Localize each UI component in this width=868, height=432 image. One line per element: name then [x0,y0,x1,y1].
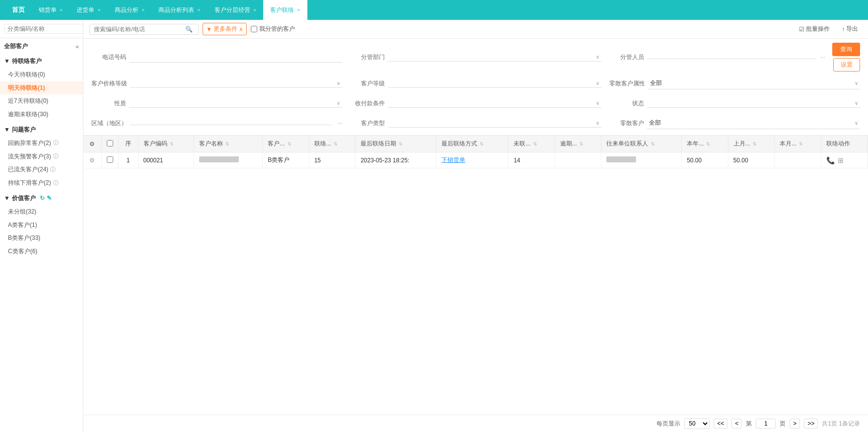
col-header-check[interactable] [101,136,118,152]
col-header-last-date[interactable]: 最后联络日期 ⇅ [356,136,436,152]
nav-purchase-close[interactable]: × [97,7,100,13]
filter-region-select[interactable] [130,122,332,125]
all-customers-collapse-icon[interactable]: « [75,43,79,50]
col-header-type[interactable]: 客户... ⇅ [263,136,309,152]
bulk-ops-btn[interactable]: ☑ 批量操作 [795,23,834,35]
action-phone-icon[interactable]: 📞 [826,156,835,164]
col-header-this-month[interactable]: 本月... ⇅ [775,136,821,152]
col-header-overdue[interactable]: 逾期... ⇅ [555,136,601,152]
sidebar-item-today[interactable]: 今天待联络(0) [0,68,83,81]
my-customers-label[interactable]: 我分管的客户 [251,25,295,33]
page-label: 第 [746,420,752,428]
select-all-checkbox[interactable] [107,140,113,146]
page-input[interactable] [756,419,776,429]
nav-sales[interactable]: 销货单 × [32,0,70,20]
filter-status-select[interactable]: ∨ [647,99,860,108]
query-btn[interactable]: 查询 [832,43,860,56]
col-header-name[interactable]: 客户名称 ⇅ [194,136,263,152]
nav-product-list-close[interactable]: × [197,7,200,13]
sidebar-item-week[interactable]: 近7天待联络(0) [0,94,83,108]
filter-dept: 分管部门 ∨ [350,43,601,72]
filter-dept-select[interactable]: ∨ [388,53,601,62]
sidebar-item-type-b[interactable]: B类客户(33) [0,231,83,245]
filter-manager-select[interactable] [647,56,815,59]
filter-icon: ▼ [206,26,212,33]
filter-more-btn[interactable]: ▼ 更多条件 ∧ [203,23,247,35]
row-no: 1 [118,152,138,168]
export-btn[interactable]: ↑ 导出 [838,23,862,35]
col-header-contact-person[interactable]: 往来单位联系人 ⇅ [601,136,682,152]
row-check[interactable] [101,152,118,168]
filter-retail-attr-select[interactable]: 全部 ∨ [648,77,860,89]
nav-product-list[interactable]: 商品分析列表 × [151,0,207,20]
filter-phone-input[interactable] [129,52,342,63]
per-page-label: 每页显示 [656,420,680,428]
sort-type-icon: ⇅ [288,142,291,146]
nav-purchase[interactable]: 进货单 × [70,0,107,20]
region-dots-icon[interactable]: ··· [337,120,342,127]
value-edit-icon[interactable]: ✎ [47,194,52,203]
sidebar-item-repurchase-abnormal[interactable]: 回购异常客户(2) ⓘ [0,137,83,150]
filter-retail-customer-select[interactable]: 全部 ∨ [647,117,860,129]
sort-method-icon: ⇅ [480,142,484,146]
sidebar-item-churn-warning[interactable]: 流失预警客户(3) ⓘ [0,150,83,163]
col-header-gear[interactable]: ⚙ [83,136,101,152]
row-gear[interactable]: ⚙ [83,152,101,168]
filter-customer-grade-select[interactable]: ∨ [388,79,601,88]
prev-page-btn[interactable]: < [731,419,742,429]
value-refresh-icon[interactable]: ↻ [40,194,45,203]
col-header-contact-count[interactable]: 联络... ⇅ [309,136,355,152]
nav-home[interactable]: 首页 [5,0,32,20]
last-page-btn[interactable]: >> [804,419,818,429]
sidebar-item-type-c[interactable]: C类客户(6) [0,245,83,258]
sidebar-item-ungrouped[interactable]: 未分组(32) [0,205,83,218]
page-size-select[interactable]: 50 100 200 [684,418,710,429]
footer: 每页显示 50 100 200 << < 第 页 > >> 共1页 1条记录 [83,415,868,432]
col-header-this-year[interactable]: 本年... ⇅ [682,136,728,152]
sidebar-item-churned[interactable]: 已流失客户(24) ⓘ [0,163,83,176]
toolbar-search-box: 🔍 [89,24,199,35]
col-header-not-contacted[interactable]: 未联... ⇅ [508,136,555,152]
col-header-last-month[interactable]: 上月... ⇅ [728,136,774,152]
sidebar-search-input[interactable] [4,24,83,34]
row-last-method[interactable]: 下销货单 [436,152,508,168]
nav-product-analysis[interactable]: 商品分析 × [108,0,151,20]
next-page-btn[interactable]: > [790,419,800,429]
nav-customer-tier-close[interactable]: × [253,7,256,13]
filter-price-grade-select[interactable]: ∨ [130,79,342,88]
info-icon-churned: ⓘ [50,166,56,173]
sidebar-item-overdue[interactable]: 逾期未联络(30) [0,108,83,121]
sidebar-item-tomorrow[interactable]: 明天待联络(1) [0,81,83,95]
nav-customer-contact[interactable]: 客户联络 × [263,0,307,20]
col-header-last-method[interactable]: 最后联络方式 ⇅ [436,136,508,152]
manager-dots-icon[interactable]: ··· [820,54,825,61]
row-last-month: 50.00 [728,152,774,168]
toolbar-search-input[interactable] [94,26,183,33]
nature-chevron: ∨ [337,100,340,106]
col-header-code[interactable]: 客户编码 ⇅ [138,136,194,152]
sidebar-item-type-a[interactable]: A类客户(1) [0,218,83,232]
sort-year-icon: ⇅ [706,142,710,146]
sidebar-item-declining[interactable]: 持续下滑客户(2) ⓘ [0,176,83,190]
nav-product-analysis-close[interactable]: × [142,7,145,13]
status-chevron: ∨ [855,100,858,106]
my-customers-checkbox[interactable] [251,26,257,32]
toolbar: 🔍 ▼ 更多条件 ∧ 我分管的客户 ☑ 批量操作 ↑ 导出 [83,20,868,39]
setting-btn[interactable]: 设置 [833,58,860,72]
sort-lmonth-icon: ⇅ [753,142,757,146]
row-action: 📞 ⊞ [821,152,868,168]
row-customer-type: B类客户 [263,152,309,168]
filter-chevron-icon: ∧ [239,26,243,33]
filter-payment-select[interactable]: ∨ [388,99,601,108]
nav-customer-tier[interactable]: 客户分层经营 × [208,0,263,20]
sort-name-icon: ⇅ [225,142,229,146]
action-grid-icon[interactable]: ⊞ [838,156,844,164]
filter-customer-type-select[interactable]: ∨ [388,119,601,128]
nav-customer-contact-close[interactable]: × [297,7,300,13]
toolbar-search-icon[interactable]: 🔍 [185,26,193,33]
nav-sales-close[interactable]: × [60,7,63,13]
all-customers-header: 全部客户 « [0,38,83,53]
row-code: 000021 [138,152,194,168]
filter-nature-select[interactable]: ∨ [129,99,342,108]
first-page-btn[interactable]: << [714,419,727,429]
